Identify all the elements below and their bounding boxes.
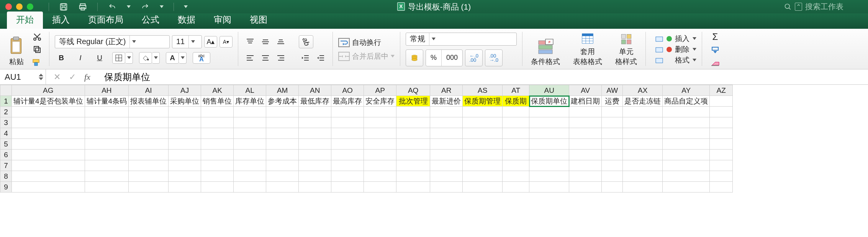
cell-AL9[interactable] xyxy=(234,182,266,193)
row-header-8[interactable]: 8 xyxy=(0,171,12,182)
percent-button[interactable]: % xyxy=(426,50,442,66)
col-header-AU[interactable]: AU xyxy=(529,85,569,96)
font-name-select[interactable]: 等线 Regular (正文) xyxy=(55,35,170,48)
col-header-AY[interactable]: AY xyxy=(663,85,710,96)
cell-AZ5[interactable] xyxy=(710,139,733,150)
col-header-AG[interactable]: AG xyxy=(12,85,85,96)
merge-center-button[interactable]: 合并后居中 xyxy=(338,51,395,61)
cell-AI5[interactable] xyxy=(129,139,169,150)
cell-AY2[interactable] xyxy=(663,107,710,117)
row-header-3[interactable]: 3 xyxy=(0,117,12,128)
cell-AP2[interactable] xyxy=(364,107,396,117)
tab-审阅[interactable]: 审阅 xyxy=(205,12,241,29)
cell-AV3[interactable] xyxy=(569,117,602,128)
save-icon[interactable] xyxy=(59,2,68,12)
cell-AJ5[interactable] xyxy=(169,139,201,150)
cell-AH8[interactable] xyxy=(85,171,129,182)
number-format-select[interactable]: 常规 xyxy=(406,33,517,46)
cell-AV2[interactable] xyxy=(569,107,602,117)
cell-AK1[interactable]: 销售单位 xyxy=(201,96,234,107)
cell-AY1[interactable]: 商品自定义项 xyxy=(663,96,710,107)
cell-AK3[interactable] xyxy=(201,117,234,128)
increase-decimal-button[interactable]: ←.0.00 xyxy=(465,49,483,66)
cell-AI7[interactable] xyxy=(129,160,169,171)
cell-AQ4[interactable] xyxy=(396,128,430,139)
align-center-button[interactable] xyxy=(259,52,272,64)
cell-AK9[interactable] xyxy=(201,182,234,193)
cell-AX9[interactable] xyxy=(623,182,663,193)
cell-AU4[interactable] xyxy=(529,128,569,139)
qat-customize-icon[interactable] xyxy=(184,5,188,8)
cut-button[interactable] xyxy=(31,31,44,42)
undo-dropdown-icon[interactable] xyxy=(127,5,131,8)
cell-AT5[interactable] xyxy=(503,139,529,150)
minimize-window-button[interactable] xyxy=(16,3,23,10)
cell-AY6[interactable] xyxy=(663,150,710,160)
cell-AU5[interactable] xyxy=(529,139,569,150)
fx-icon[interactable]: fx xyxy=(84,72,90,82)
tab-视图[interactable]: 视图 xyxy=(241,12,277,29)
cell-AR7[interactable] xyxy=(430,160,463,171)
cell-AK6[interactable] xyxy=(201,150,234,160)
fill-color-dropdown[interactable] xyxy=(152,52,160,64)
cell-AG9[interactable] xyxy=(12,182,85,193)
close-window-button[interactable] xyxy=(5,3,12,10)
cell-AN7[interactable] xyxy=(299,160,331,171)
row-header-6[interactable]: 6 xyxy=(0,150,12,160)
align-middle-button[interactable] xyxy=(259,36,272,48)
cell-AV6[interactable] xyxy=(569,150,602,160)
col-header-AV[interactable]: AV xyxy=(569,85,602,96)
table-format-button[interactable]: 套用 表格格式 xyxy=(570,31,605,67)
cell-AX2[interactable] xyxy=(623,107,663,117)
conditional-format-button[interactable]: ≠ 条件格式 xyxy=(528,31,563,67)
row-header-5[interactable]: 5 xyxy=(0,139,12,150)
cell-AT9[interactable] xyxy=(503,182,529,193)
cell-AK8[interactable] xyxy=(201,171,234,182)
cell-AK5[interactable] xyxy=(201,139,234,150)
col-header-AJ[interactable]: AJ xyxy=(169,85,201,96)
cell-AH4[interactable] xyxy=(85,128,129,139)
cell-AO8[interactable] xyxy=(331,171,364,182)
cell-AH7[interactable] xyxy=(85,160,129,171)
accept-formula-button[interactable]: ✓ xyxy=(69,72,76,82)
cell-AO1[interactable]: 最高库存 xyxy=(331,96,364,107)
search-input[interactable] xyxy=(805,2,863,11)
col-header-AL[interactable]: AL xyxy=(234,85,266,96)
cell-AW6[interactable] xyxy=(602,150,623,160)
cell-AG5[interactable] xyxy=(12,139,85,150)
cell-AV1[interactable]: 建档日期 xyxy=(569,96,602,107)
cell-AN2[interactable] xyxy=(299,107,331,117)
cell-AO7[interactable] xyxy=(331,160,364,171)
cell-AU7[interactable] xyxy=(529,160,569,171)
cell-AJ6[interactable] xyxy=(169,150,201,160)
cell-AJ2[interactable] xyxy=(169,107,201,117)
cell-AZ3[interactable] xyxy=(710,117,733,128)
col-header-AS[interactable]: AS xyxy=(463,85,503,96)
print-icon[interactable] xyxy=(78,2,87,12)
select-all-corner[interactable] xyxy=(0,85,12,96)
cell-AK4[interactable] xyxy=(201,128,234,139)
decrease-font-button[interactable]: A▾ xyxy=(219,36,233,48)
cell-AH5[interactable] xyxy=(85,139,129,150)
cell-AR6[interactable] xyxy=(430,150,463,160)
align-top-button[interactable] xyxy=(244,36,257,48)
format-painter-button[interactable] xyxy=(31,56,44,67)
cell-AT6[interactable] xyxy=(503,150,529,160)
tab-页面布局[interactable]: 页面布局 xyxy=(79,12,133,29)
cell-AH6[interactable] xyxy=(85,150,129,160)
col-header-AP[interactable]: AP xyxy=(364,85,396,96)
cell-AP3[interactable] xyxy=(364,117,396,128)
cell-AU2[interactable] xyxy=(529,107,569,117)
cell-AZ9[interactable] xyxy=(710,182,733,193)
cell-AQ8[interactable] xyxy=(396,171,430,182)
cell-AR5[interactable] xyxy=(430,139,463,150)
wrap-text-button[interactable]: 自动换行 xyxy=(338,38,395,48)
cell-AY4[interactable] xyxy=(663,128,710,139)
underline-button[interactable]: U xyxy=(93,52,106,64)
cell-AS2[interactable] xyxy=(463,107,503,117)
row-header-2[interactable]: 2 xyxy=(0,107,12,117)
tab-数据[interactable]: 数据 xyxy=(169,12,205,29)
cell-AR4[interactable] xyxy=(430,128,463,139)
cell-AO4[interactable] xyxy=(331,128,364,139)
row-header-9[interactable]: 9 xyxy=(0,182,12,193)
